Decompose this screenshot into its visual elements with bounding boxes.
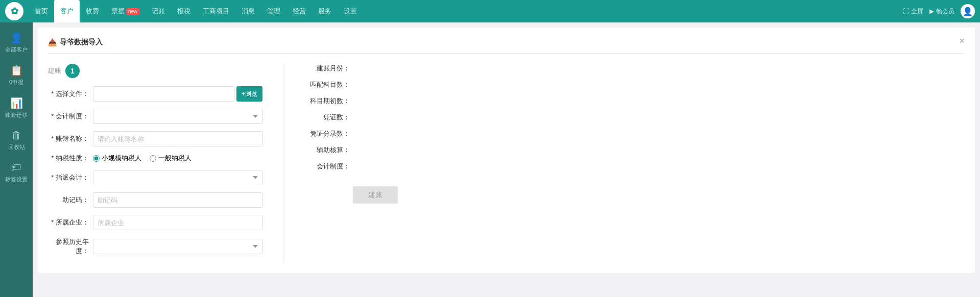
tax-small-label: 小规模纳税人 bbox=[102, 154, 141, 163]
nav-badge-invoice: new bbox=[126, 8, 139, 15]
dialog: 📥 导爷数据导入 × 建账 1 * 选择文件： +浏览 bbox=[38, 28, 975, 273]
company-input[interactable] bbox=[93, 215, 262, 230]
sidebar-label-all-clients: 全部客户 bbox=[5, 46, 28, 54]
tax-small-radio[interactable] bbox=[93, 155, 100, 162]
section-label: 建账 bbox=[48, 66, 61, 76]
create-account-button: 建账 bbox=[353, 186, 398, 204]
tax-type-row: * 纳税性质： 小规模纳税人 一般纳税人 bbox=[48, 154, 262, 163]
sidebar: 👤全部客户📋0申报📊账套迁移🗑回收站🏷标签设置 bbox=[0, 22, 33, 297]
ledger-name-input[interactable] bbox=[93, 131, 262, 146]
main-content: 📥 导爷数据导入 × 建账 1 * 选择文件： +浏览 bbox=[33, 22, 980, 297]
nav-item-settings[interactable]: 设置 bbox=[338, 0, 363, 22]
section-header: 建账 1 bbox=[48, 64, 262, 78]
file-row: * 选择文件： +浏览 bbox=[48, 86, 262, 102]
fullscreen-label: 全屏 bbox=[911, 7, 923, 16]
nav-item-billing[interactable]: 收费 bbox=[80, 0, 105, 22]
nav-item-service[interactable]: 服务 bbox=[312, 0, 338, 22]
right-field-subject-init: 科目期初数： bbox=[304, 96, 447, 106]
right-label-subject-init: 科目期初数： bbox=[304, 96, 350, 106]
sidebar-item-declaration[interactable]: 📋0申报 bbox=[1, 60, 32, 90]
vip-label: 畅会员 bbox=[936, 7, 954, 16]
right-field-voucher-count: 凭证数： bbox=[304, 113, 447, 122]
trash-icon: 🗑 bbox=[11, 130, 21, 141]
nav-item-tax[interactable]: 报税 bbox=[171, 0, 197, 22]
assign-accountant-select[interactable] bbox=[93, 170, 262, 185]
company-label: * 所属企业： bbox=[48, 218, 89, 227]
sidebar-label-account-migration: 账套迁移 bbox=[5, 111, 28, 119]
history-year-select[interactable] bbox=[93, 239, 262, 254]
right-field-voucher-entries: 凭证分录数： bbox=[304, 129, 447, 138]
right-label-aux-accounting: 辅助核算： bbox=[304, 145, 350, 155]
file-input[interactable] bbox=[93, 86, 234, 102]
tax-general-label: 一般纳税人 bbox=[158, 154, 192, 163]
dialog-title: 📥 导爷数据导入 bbox=[48, 38, 965, 54]
nav-items: 首页客户收费票据new记账报税工商项目消息管理经营服务设置 bbox=[29, 0, 903, 22]
fullscreen-icon: ⛶ bbox=[903, 8, 909, 15]
user-avatar[interactable]: 👤 bbox=[961, 4, 975, 18]
right-field-match-subjects: 匹配科目数： bbox=[304, 80, 447, 89]
history-year-label: 参照历史年度： bbox=[48, 237, 89, 256]
sidebar-label-declaration: 0申报 bbox=[9, 79, 23, 86]
form-body: 建账 1 * 选择文件： +浏览 * 会计制度： bbox=[48, 64, 965, 263]
close-button[interactable]: × bbox=[959, 36, 965, 46]
memo-code-label: 助记码： bbox=[48, 195, 89, 205]
history-year-row: 参照历史年度： bbox=[48, 237, 262, 256]
accounting-system-label: * 会计制度： bbox=[48, 112, 89, 121]
nav-item-home[interactable]: 首页 bbox=[29, 0, 54, 22]
right-label-match-subjects: 匹配科目数： bbox=[304, 80, 350, 89]
declaration-icon: 📋 bbox=[10, 64, 23, 77]
tax-general[interactable]: 一般纳税人 bbox=[150, 154, 192, 163]
nav-item-message[interactable]: 消息 bbox=[235, 0, 261, 22]
dialog-title-text: 导爷数据导入 bbox=[60, 38, 103, 47]
right-label-account-month: 建账月份： bbox=[304, 64, 350, 73]
app-logo: ✿ bbox=[5, 2, 23, 20]
vertical-divider bbox=[283, 64, 283, 263]
right-field-aux-accounting: 辅助核算： bbox=[304, 145, 447, 155]
company-row: * 所属企业： bbox=[48, 215, 262, 230]
nav-item-client[interactable]: 客户 bbox=[54, 0, 80, 22]
tax-type-label: * 纳税性质： bbox=[48, 154, 89, 163]
memo-code-input[interactable] bbox=[93, 192, 262, 208]
right-field-account-system: 会计制度： bbox=[304, 162, 447, 171]
step-badge: 1 bbox=[65, 64, 80, 78]
tag-settings-icon: 🏷 bbox=[11, 162, 21, 174]
nav-item-manage[interactable]: 管理 bbox=[261, 0, 286, 22]
sidebar-item-trash[interactable]: 🗑回收站 bbox=[1, 126, 32, 155]
assign-accountant-row: * 指派会计： bbox=[48, 170, 262, 185]
all-clients-icon: 👤 bbox=[10, 32, 23, 44]
dialog-title-icon: 📥 bbox=[48, 38, 57, 46]
sidebar-item-tag-settings[interactable]: 🏷标签设置 bbox=[1, 158, 32, 187]
file-label: * 选择文件： bbox=[48, 89, 89, 98]
tax-small-scale[interactable]: 小规模纳税人 bbox=[93, 154, 141, 163]
ledger-name-row: * 账簿名称： bbox=[48, 131, 262, 146]
assign-accountant-label: * 指派会计： bbox=[48, 173, 89, 182]
nav-item-invoice[interactable]: 票据new bbox=[105, 0, 146, 22]
vip-button[interactable]: ▶ 畅会员 bbox=[929, 7, 954, 16]
sidebar-label-tag-settings: 标签设置 bbox=[5, 176, 28, 183]
tax-radio-group: 小规模纳税人 一般纳税人 bbox=[93, 154, 262, 163]
nav-item-bizproject[interactable]: 工商项目 bbox=[197, 0, 235, 22]
form-left: 建账 1 * 选择文件： +浏览 * 会计制度： bbox=[48, 64, 262, 263]
top-nav: ✿ 首页客户收费票据new记账报税工商项目消息管理经营服务设置 ⛶ 全屏 ▶ 畅… bbox=[0, 0, 980, 22]
sidebar-label-trash: 回收站 bbox=[8, 143, 25, 151]
right-field-account-month: 建账月份： bbox=[304, 64, 447, 73]
right-label-voucher-count: 凭证数： bbox=[304, 113, 350, 122]
memo-code-row: 助记码： bbox=[48, 192, 262, 208]
nav-item-finance[interactable]: 经营 bbox=[286, 0, 312, 22]
ledger-name-label: * 账簿名称： bbox=[48, 134, 89, 143]
right-label-voucher-entries: 凭证分录数： bbox=[304, 129, 350, 138]
nav-right: ⛶ 全屏 ▶ 畅会员 👤 bbox=[903, 4, 975, 18]
browse-button[interactable]: +浏览 bbox=[236, 86, 262, 102]
nav-item-account[interactable]: 记账 bbox=[146, 0, 171, 22]
sidebar-item-all-clients[interactable]: 👤全部客户 bbox=[1, 28, 32, 58]
right-fields: 建账月份：匹配科目数：科目期初数：凭证数：凭证分录数：辅助核算：会计制度： bbox=[304, 64, 447, 171]
accounting-system-row: * 会计制度： 企业会计准则 小企业会计准则 个体工商户 bbox=[48, 109, 262, 124]
account-migration-icon: 📊 bbox=[10, 97, 23, 109]
tax-general-radio[interactable] bbox=[150, 155, 156, 162]
vip-icon: ▶ bbox=[929, 8, 934, 15]
fullscreen-button[interactable]: ⛶ 全屏 bbox=[903, 7, 923, 16]
sidebar-item-account-migration[interactable]: 📊账套迁移 bbox=[1, 93, 32, 123]
form-right: 建账月份：匹配科目数：科目期初数：凭证数：凭证分录数：辅助核算：会计制度： 建账 bbox=[304, 64, 447, 263]
accounting-system-select[interactable]: 企业会计准则 小企业会计准则 个体工商户 bbox=[93, 109, 262, 124]
file-input-group: +浏览 bbox=[93, 86, 262, 102]
